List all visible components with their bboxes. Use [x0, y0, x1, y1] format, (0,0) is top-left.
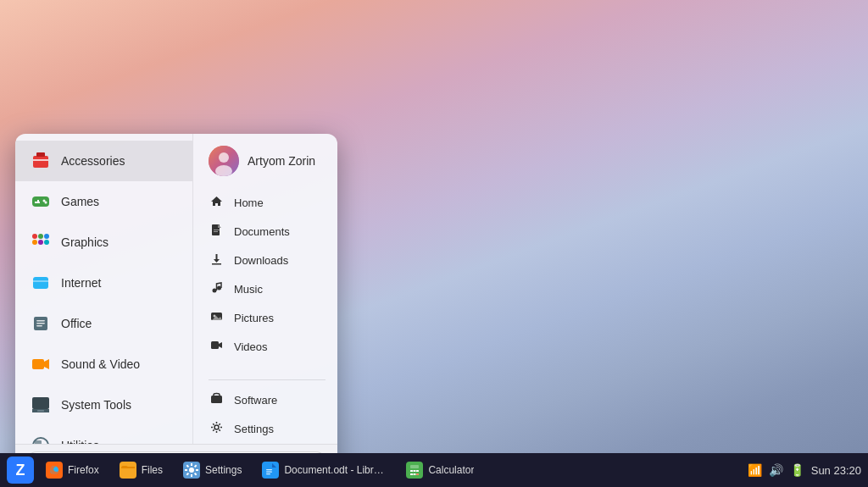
svg-rect-37: [212, 263, 221, 265]
user-name: Artyom Zorin: [248, 154, 315, 168]
music-icon: [209, 281, 224, 296]
videos-icon: [209, 339, 224, 354]
taskbar-right: 📶 🔊 🔋 Sun 23:20: [748, 463, 861, 477]
svg-rect-71: [410, 473, 413, 475]
office-icon: [29, 312, 53, 335]
svg-rect-65: [266, 473, 270, 474]
menu-link-documents[interactable]: Documents: [193, 217, 337, 246]
menu-link-label-videos: Videos: [234, 340, 268, 353]
taskbar-app-icon-files: [120, 462, 136, 479]
category-item-accessories[interactable]: Accessories: [15, 141, 192, 181]
downloads-icon: [209, 252, 224, 268]
accessories-icon: [29, 149, 53, 173]
internet-icon: [29, 271, 53, 295]
category-item-system-tools[interactable]: System Tools: [15, 385, 192, 425]
utilities-icon: [29, 434, 53, 444]
category-label-internet: Internet: [61, 276, 101, 290]
taskbar-app-icon-firefox: [46, 462, 63, 479]
category-label-accessories: Accessories: [61, 154, 125, 168]
svg-point-60: [189, 468, 194, 473]
documents-icon: [209, 224, 224, 239]
taskbar-app-icon-settings: [183, 462, 200, 479]
category-label-graphics: Graphics: [61, 235, 108, 249]
svg-rect-24: [37, 411, 44, 412]
category-item-office[interactable]: Office: [15, 303, 192, 344]
taskbar-app-label-calculator: Calculator: [428, 464, 474, 476]
svg-point-10: [44, 234, 49, 239]
category-label-sound-video: Sound & Video: [61, 357, 140, 371]
pictures-icon: [209, 310, 224, 325]
taskbar-app-libreoffice[interactable]: Document.odt - LibreO...: [253, 457, 394, 484]
svg-rect-15: [33, 280, 48, 282]
menu-link-home[interactable]: Home: [193, 188, 337, 217]
svg-rect-35: [214, 231, 218, 232]
menu-link-videos[interactable]: Videos: [193, 332, 337, 361]
taskbar-app-label-firefox: Firefox: [68, 464, 99, 476]
category-label-system-tools: System Tools: [61, 398, 131, 412]
taskbar-app-calculator[interactable]: Calculator: [398, 457, 482, 484]
svg-point-29: [219, 152, 229, 163]
clock: Sun 23:20: [811, 464, 861, 477]
svg-rect-0: [33, 156, 48, 168]
svg-rect-43: [211, 341, 219, 349]
categories-panel: AccessoriesGamesGraphicsInternetOfficeSo…: [15, 134, 193, 444]
svg-point-11: [32, 240, 37, 245]
taskbar-app-label-files: Files: [142, 464, 163, 476]
svg-point-7: [45, 202, 47, 204]
menu-link-label-home: Home: [234, 196, 264, 209]
right-panel: Artyom Zorin HomeDocumentsDownloadsMusic…: [193, 134, 337, 444]
bottom-link-settings[interactable]: Settings: [193, 414, 337, 443]
svg-point-12: [38, 240, 43, 245]
menu-link-downloads[interactable]: Downloads: [193, 246, 337, 274]
app-menu: AccessoriesGamesGraphicsInternetOfficeSo…: [15, 134, 337, 481]
category-item-games[interactable]: Games: [15, 181, 192, 222]
category-label-office: Office: [61, 317, 92, 330]
svg-point-46: [214, 425, 219, 429]
user-section: Artyom Zorin: [193, 134, 337, 185]
category-item-internet[interactable]: Internet: [15, 263, 192, 303]
bottom-link-label-software: Software: [234, 394, 277, 407]
menu-link-label-downloads: Downloads: [234, 254, 288, 267]
system-tools-icon: [29, 393, 53, 417]
category-item-graphics[interactable]: Graphics: [15, 222, 192, 263]
svg-marker-21: [44, 359, 49, 369]
svg-rect-45: [211, 396, 222, 403]
menu-link-pictures[interactable]: Pictures: [193, 303, 337, 332]
taskbar-app-label-libreoffice: Document.odt - LibreO...: [284, 464, 386, 476]
volume-icon: 🔊: [769, 463, 783, 477]
taskbar-app-settings[interactable]: Settings: [175, 457, 250, 484]
graphics-icon: [29, 230, 53, 254]
taskbar-app-firefox[interactable]: Firefox: [37, 457, 108, 484]
svg-rect-19: [36, 325, 42, 327]
menu-link-music[interactable]: Music: [193, 274, 337, 303]
bottom-link-software[interactable]: Software: [193, 385, 337, 414]
svg-rect-68: [410, 470, 413, 472]
svg-point-8: [32, 234, 37, 239]
separator-2: [209, 379, 326, 380]
wifi-icon: 📶: [748, 463, 762, 477]
svg-rect-22: [32, 397, 49, 409]
taskbar-apps: FirefoxFilesSettingsDocument.odt - Libre…: [37, 457, 744, 484]
battery-icon: 🔋: [790, 463, 804, 477]
taskbar-app-icon-libreoffice: [262, 462, 279, 479]
start-icon: Z: [16, 462, 25, 479]
svg-rect-72: [414, 473, 416, 475]
menu-link-label-documents: Documents: [234, 225, 290, 238]
menu-links: HomeDocumentsDownloadsMusicPicturesVideo…: [193, 185, 337, 364]
category-item-utilities[interactable]: Utilities: [15, 425, 192, 444]
start-button[interactable]: Z: [7, 457, 34, 484]
svg-point-9: [38, 234, 43, 239]
svg-rect-18: [36, 323, 45, 324]
games-icon: [29, 190, 53, 213]
svg-rect-1: [36, 152, 45, 157]
bottom-link-label-settings: Settings: [234, 423, 274, 435]
taskbar: Z FirefoxFilesSettingsDocument.odt - Lib…: [0, 453, 868, 487]
svg-rect-5: [35, 202, 40, 203]
category-item-sound-video[interactable]: Sound & Video: [15, 344, 192, 385]
taskbar-app-files[interactable]: Files: [111, 457, 171, 484]
taskbar-app-icon-calculator: [406, 462, 423, 479]
avatar: [209, 146, 239, 176]
svg-rect-14: [33, 277, 48, 289]
svg-point-13: [44, 240, 49, 245]
svg-rect-17: [36, 320, 45, 322]
